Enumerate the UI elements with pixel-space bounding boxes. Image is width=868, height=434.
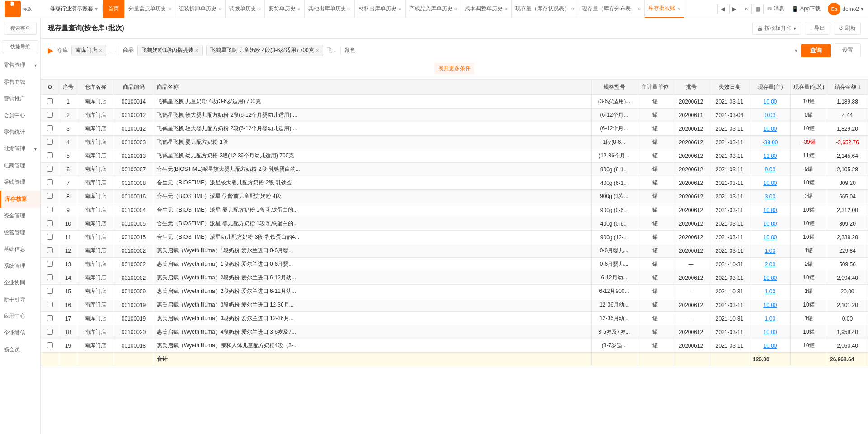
td-checkbox[interactable] [41,298,59,312]
tab-close-btn[interactable]: × [741,4,752,14]
sidebar-item-purchase[interactable]: 采购管理 [0,174,40,191]
color-dropdown-icon[interactable]: ▾ [795,47,797,54]
sidebar-item-system[interactable]: 系统管理 [0,258,40,274]
td-qty-main[interactable]: 2.00 [750,258,791,271]
td-qty-main[interactable]: 10.00 [750,95,791,108]
td-qty-main[interactable]: 11.00 [750,149,791,163]
app-download-btn[interactable]: 📱 App下载 [792,5,821,13]
tab-menu-btn[interactable]: ▤ [753,4,764,14]
close-icon[interactable]: × [505,6,507,12]
row-checkbox[interactable] [47,329,53,335]
product-tag-1-close-icon[interactable]: × [195,47,198,54]
print-btn[interactable]: 🖨 按模板打印 ▾ [752,22,801,35]
row-checkbox[interactable] [47,166,53,172]
sidebar-item-finance[interactable]: 资金管理 [0,208,40,224]
td-qty-main[interactable]: 10.00 [750,339,791,353]
tab-disassemble-history[interactable]: 组装拆卸单历史 × [175,0,225,18]
sidebar-item-appcenter[interactable]: 应用中心 [0,308,40,325]
sidebar-item-corpwx[interactable]: 企业微信 [0,325,40,341]
td-qty-main[interactable]: 10.00 [750,122,791,136]
query-btn[interactable]: 查询 [801,44,831,57]
td-checkbox[interactable] [41,326,59,339]
td-checkbox[interactable] [41,271,59,285]
row-checkbox[interactable] [47,98,53,104]
sidebar-item-ecommerce[interactable]: 电商管理 [0,157,40,174]
export-btn[interactable]: ↓ 导出 [805,22,830,35]
td-checkbox[interactable] [41,339,59,353]
row-checkbox[interactable] [47,112,53,118]
td-checkbox[interactable] [41,258,59,271]
tab-scroll-right-btn[interactable]: ▶ [729,4,740,14]
product-more[interactable]: 飞... [327,47,337,54]
refresh-btn[interactable]: ↺ 刷新 [834,22,861,35]
tab-material-out-history[interactable]: 材料出库单历史 × [355,0,405,18]
sidebar-item-member[interactable]: 会员中心 [0,107,40,124]
tab-stock-dist[interactable]: 现存量（库存分布表） × [578,0,645,18]
sidebar-search-btn[interactable]: 搜索菜单 [4,22,37,35]
td-qty-main[interactable]: 10.00 [750,298,791,312]
th-settings[interactable]: ⚙ [41,80,59,95]
sidebar-item-marketing[interactable]: 营销推广 [0,90,40,107]
warehouse-more[interactable]: … [110,47,115,54]
sidebar-item-basic[interactable]: 基础信息 [0,241,40,258]
tab-cost-adjust-history[interactable]: 成本调整单历史 × [461,0,511,18]
product-tag-2[interactable]: 飞鹤星飞帆 儿童奶粉 4段(3-6岁适用) 700克 × [206,45,323,56]
td-qty-main[interactable]: 9.00 [750,163,791,176]
td-checkbox[interactable] [41,231,59,244]
td-checkbox[interactable] [41,149,59,163]
td-qty-main[interactable]: 1.00 [750,312,791,326]
account-name[interactable]: 母婴行业演示账套 [50,5,93,13]
tab-home[interactable]: 首页 [103,0,125,18]
sidebar-item-member2[interactable]: 畅会员 [0,341,40,358]
sidebar-item-business[interactable]: 经营管理 [0,224,40,241]
close-icon[interactable]: × [297,6,300,12]
td-qty-main[interactable]: 10.00 [750,176,791,190]
row-checkbox[interactable] [47,234,53,240]
row-checkbox[interactable] [47,302,53,307]
row-checkbox[interactable] [47,125,53,131]
td-checkbox[interactable] [41,217,59,231]
td-qty-main[interactable]: 10.00 [750,231,791,244]
td-checkbox[interactable] [41,95,59,108]
row-checkbox[interactable] [47,315,53,321]
td-checkbox[interactable] [41,190,59,203]
product-tag-2-close-icon[interactable]: × [316,47,319,54]
td-qty-main[interactable]: 10.00 [750,271,791,285]
sidebar-item-inventory[interactable]: 库存核算 [0,191,40,208]
user-avatar[interactable]: Ea demo2 ▾ [828,3,863,15]
row-checkbox[interactable] [47,139,53,145]
row-checkbox[interactable] [47,247,53,253]
info-icon[interactable]: ℹ [859,84,860,90]
warehouse-tag[interactable]: 南库门店 × [71,45,106,56]
td-checkbox[interactable] [41,312,59,326]
sidebar-nav-btn[interactable]: 快捷导航 [2,40,38,53]
td-qty-main[interactable]: 10.00 [750,203,791,217]
sidebar-item-retail-shop[interactable]: 零售商城 [0,74,40,90]
tab-product-in-history[interactable]: 产成品入库单历史 × [406,0,461,18]
td-checkbox[interactable] [41,136,59,149]
row-checkbox[interactable] [47,179,53,185]
td-qty-main[interactable]: 1.00 [750,285,791,298]
td-checkbox[interactable] [41,163,59,176]
account-dropdown-icon[interactable]: ▾ [95,6,98,12]
row-checkbox[interactable] [47,207,53,212]
td-checkbox[interactable] [41,108,59,122]
close-icon[interactable]: × [258,6,261,12]
tab-requisition-history[interactable]: 要货单历史 × [265,0,304,18]
td-qty-main[interactable]: 10.00 [750,217,791,231]
row-checkbox[interactable] [47,261,53,267]
row-checkbox[interactable] [47,152,53,158]
sidebar-item-retail-stats[interactable]: 零售统计 [0,124,40,141]
td-checkbox[interactable] [41,122,59,136]
td-checkbox[interactable] [41,176,59,190]
tab-stock-status[interactable]: 现存量（库存状况表） × [512,0,578,18]
expand-filter-btn[interactable]: 展开更多条件 [434,63,474,74]
close-icon[interactable]: × [218,6,221,12]
row-checkbox[interactable] [47,342,53,348]
close-icon[interactable]: × [571,6,574,12]
td-qty-main[interactable]: -39.00 [750,136,791,149]
td-checkbox[interactable] [41,285,59,298]
close-icon[interactable]: × [168,6,171,12]
close-icon[interactable]: × [348,6,351,12]
td-checkbox[interactable] [41,203,59,217]
